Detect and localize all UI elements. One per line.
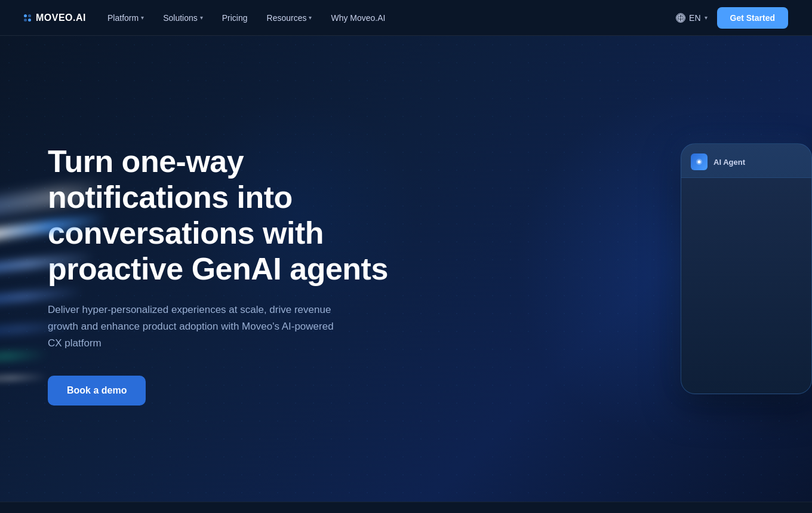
chevron-down-icon: ▾ — [200, 14, 203, 21]
logo-text: MOVEO.AI — [36, 13, 86, 23]
streak-1 — [0, 213, 107, 255]
logo-dot-4 — [28, 19, 31, 21]
nav-right: EN ▾ Get Started — [676, 7, 788, 29]
streak-7 — [0, 374, 48, 383]
phone-header-label: AI Agent — [713, 158, 745, 167]
chevron-down-icon: ▾ — [705, 14, 708, 21]
hero-section: Turn one-way notifications into conversa… — [0, 36, 812, 502]
svg-point-1 — [679, 14, 682, 21]
svg-point-6 — [698, 161, 701, 164]
language-label: EN — [689, 13, 700, 23]
ai-agent-icon — [691, 153, 708, 170]
phone-body — [681, 178, 811, 192]
nav-item-resources[interactable]: Resources ▾ — [267, 13, 312, 23]
phone-header: AI Agent — [681, 144, 811, 178]
logo[interactable]: MOVEO.AI — [24, 13, 86, 23]
globe-icon — [676, 13, 685, 23]
nav-item-pricing[interactable]: Pricing — [222, 13, 248, 23]
language-selector[interactable]: EN ▾ — [676, 13, 707, 23]
nav-link-solutions[interactable]: Solutions ▾ — [163, 13, 203, 23]
navbar: MOVEO.AI Platform ▾ Solutions ▾ Pricing — [0, 0, 812, 36]
streak-3 — [0, 288, 84, 311]
logo-dot-2 — [28, 14, 31, 17]
logo-dot-1 — [24, 14, 27, 17]
phone-mockup: AI Agent — [681, 143, 812, 394]
bottom-text-section: Millions of users at leading enterprises… — [0, 502, 812, 513]
nav-link-platform[interactable]: Platform ▾ — [107, 13, 144, 23]
logo-dot-3 — [24, 19, 27, 21]
hero-streaks — [0, 161, 179, 430]
nav-left: MOVEO.AI Platform ▾ Solutions ▾ Pricing — [24, 13, 385, 23]
chevron-down-icon: ▾ — [309, 14, 312, 21]
streak-2 — [0, 253, 96, 282]
logo-icon — [24, 14, 31, 21]
nav-link-resources[interactable]: Resources ▾ — [267, 13, 312, 23]
streak-6 — [0, 352, 48, 363]
get-started-button[interactable]: Get Started — [717, 7, 788, 29]
svg-point-0 — [677, 14, 684, 21]
nav-item-solutions[interactable]: Solutions ▾ — [163, 13, 203, 23]
nav-item-why-moveo[interactable]: Why Moveo.AI — [331, 13, 385, 23]
chevron-down-icon: ▾ — [141, 14, 144, 21]
nav-link-why-moveo[interactable]: Why Moveo.AI — [331, 13, 385, 23]
nav-link-pricing[interactable]: Pricing — [222, 13, 248, 23]
nav-item-platform[interactable]: Platform ▾ — [107, 13, 144, 23]
streak-4 — [0, 322, 72, 339]
nav-links: Platform ▾ Solutions ▾ Pricing Resources… — [107, 13, 385, 23]
